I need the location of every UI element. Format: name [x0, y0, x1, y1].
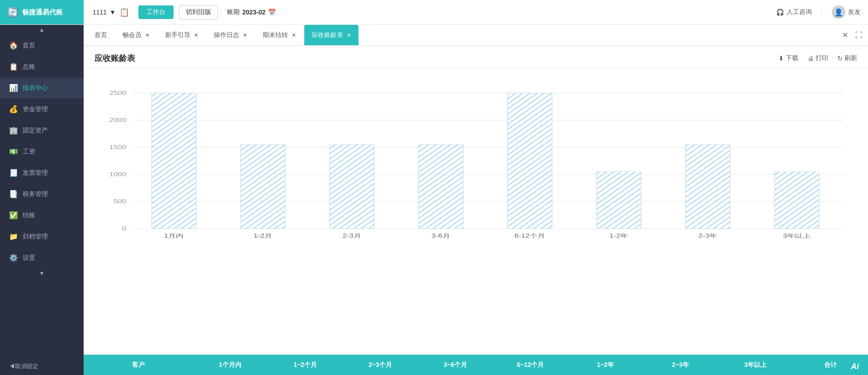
sidebar-item-tax[interactable]: 📑 税务管理 — [0, 183, 84, 205]
ai-label: Ai — [851, 362, 859, 371]
tab-home[interactable]: 首页 — [87, 25, 114, 45]
sidebar-item-assets[interactable]: 🏢 固定资产 — [0, 120, 84, 141]
bar-1月内 — [152, 93, 196, 229]
tab-period-end[interactable]: 期末结转 ✕ — [255, 25, 303, 45]
home-icon: 🏠 — [9, 41, 18, 50]
tab-log-close[interactable]: ✕ — [243, 32, 247, 38]
payroll-icon: 💵 — [9, 147, 18, 156]
svg-text:500: 500 — [113, 198, 126, 204]
tab-member-label: 畅会员 — [123, 31, 142, 39]
sidebar-item-invoice[interactable]: 🧾 发票管理 — [0, 162, 84, 183]
col-3-6m: 3~6个月 — [418, 361, 493, 369]
col-2-3m: 2~3个月 — [343, 361, 418, 369]
header-company: 1111 ▼ 📋 — [93, 7, 129, 17]
tab-guide[interactable]: 新手引导 ✕ — [158, 25, 206, 45]
sidebar-item-funds[interactable]: 💰 资金管理 — [0, 98, 84, 120]
period-value: 2023-02 — [242, 9, 265, 16]
svg-text:1000: 1000 — [109, 171, 127, 177]
company-select[interactable]: 1111 ▼ — [93, 9, 116, 16]
svg-text:2-3月: 2-3月 — [343, 233, 362, 239]
sidebar-label-close: 结账 — [23, 211, 35, 220]
tab-period-end-close[interactable]: ✕ — [292, 32, 296, 38]
refresh-button[interactable]: ↻ 刷新 — [837, 54, 857, 62]
content-area: 首页 畅会员 ✕ 新手引导 ✕ 操作日志 ✕ 期末结转 ✕ 应收账龄表 ✕ — [84, 25, 868, 375]
sidebar-item-ledger[interactable]: 📋 总账 — [0, 56, 84, 77]
sidebar-item-settings[interactable]: ⚙️ 设置 — [0, 247, 84, 268]
tab-member[interactable]: 畅会员 ✕ — [115, 25, 157, 45]
bar-3年以上 — [774, 172, 819, 229]
logo-area: 🔄 畅捷通易代账 — [0, 0, 84, 24]
main-layout: ▲ 🏠 首页 📋 总账 📊 报表中心 💰 资金管理 🏢 固定资产 💵 工资 🧾 … — [0, 25, 868, 375]
page-actions: ⬇ 下载 🖨 打印 ↻ 刷新 — [778, 54, 857, 62]
sidebar-item-reports[interactable]: 📊 报表中心 — [0, 77, 84, 98]
col-6-12m: 6~12个月 — [493, 361, 568, 369]
download-button[interactable]: ⬇ 下载 — [778, 54, 798, 62]
tab-log-label: 操作日志 — [214, 31, 239, 39]
col-1m: 1个月内 — [193, 361, 268, 369]
tab-guide-close[interactable]: ✕ — [194, 32, 198, 38]
archive-icon: 📁 — [9, 232, 18, 241]
header-actions: 工作台 切到旧版 账期 2023-02 📅 — [138, 5, 276, 19]
headset-icon: 🎧 — [776, 9, 784, 16]
svg-text:1-2月: 1-2月 — [254, 233, 273, 239]
calendar-icon[interactable]: 📅 — [268, 9, 276, 16]
sidebar-scroll-up[interactable]: ▲ — [0, 25, 84, 35]
tab-close-all-icon[interactable]: ✕ — [840, 29, 850, 41]
bar-3-6月 — [419, 145, 463, 229]
sidebar-item-close[interactable]: ✅ 结账 — [0, 205, 84, 226]
invoice-icon: 🧾 — [9, 169, 18, 177]
company-name: 1111 — [93, 9, 107, 16]
sidebar: ▲ 🏠 首页 📋 总账 📊 报表中心 💰 资金管理 🏢 固定资产 💵 工资 🧾 … — [0, 25, 84, 375]
tabs-bar: 首页 畅会员 ✕ 新手引导 ✕ 操作日志 ✕ 期末结转 ✕ 应收账龄表 ✕ — [84, 25, 868, 46]
col-1-2m: 1~2个月 — [268, 361, 343, 369]
svg-text:3年以上: 3年以上 — [783, 233, 811, 239]
period-label: 账期 — [227, 8, 240, 16]
logo-icon: 🔄 — [7, 7, 19, 18]
col-2-3y: 2~3年 — [643, 361, 718, 369]
user-menu[interactable]: 👤 友友 — [832, 5, 861, 19]
print-button[interactable]: 🖨 打印 — [807, 54, 828, 62]
bar-2-3年 — [685, 145, 730, 229]
ai-badge[interactable]: Ai — [842, 358, 868, 375]
sidebar-item-home[interactable]: 🏠 首页 — [0, 35, 84, 56]
print-label: 打印 — [816, 54, 828, 62]
period-info: 账期 2023-02 📅 — [227, 8, 276, 16]
tab-log[interactable]: 操作日志 ✕ — [207, 25, 255, 45]
tab-ar-aging[interactable]: 应收账龄表 ✕ — [304, 25, 359, 45]
sidebar-label-payroll: 工资 — [23, 148, 35, 156]
tab-ar-aging-close[interactable]: ✕ — [347, 32, 351, 38]
sidebar-label-archive: 归档管理 — [23, 233, 48, 241]
bar-1-2年 — [597, 172, 641, 229]
sidebar-label-ledger: 总账 — [23, 63, 35, 71]
sidebar-scroll-down[interactable]: ▼ — [0, 268, 84, 278]
unpin-label: ◀︎取消固定 — [9, 362, 38, 370]
tab-period-end-label: 期末结转 — [263, 31, 288, 39]
sidebar-item-payroll[interactable]: 💵 工资 — [0, 141, 84, 162]
table-header: 客户 1个月内 1~2个月 2~3个月 3~6个月 6~12个月 1~2年 2~… — [84, 355, 868, 375]
svg-text:1月内: 1月内 — [164, 233, 184, 239]
sidebar-label-funds: 资金管理 — [23, 105, 48, 113]
page-title: 应收账龄表 — [94, 53, 135, 64]
bar-chart: 0 500 1000 1500 2000 2500 — [94, 75, 857, 247]
svg-text:1-2年: 1-2年 — [609, 233, 628, 239]
header-right: 🎧 人工咨询 | 👤 友友 — [776, 5, 861, 19]
tab-expand-icon[interactable]: ⛶ — [854, 29, 864, 41]
clipboard-icon[interactable]: 📋 — [119, 7, 129, 17]
support-link[interactable]: 🎧 人工咨询 — [776, 8, 812, 16]
svg-text:0: 0 — [122, 225, 126, 231]
sidebar-label-reports: 报表中心 — [23, 84, 48, 92]
sidebar-label-settings: 设置 — [23, 254, 35, 262]
tab-guide-label: 新手引导 — [165, 31, 190, 39]
tab-ar-aging-label: 应收账龄表 — [311, 31, 343, 39]
sidebar-unpin[interactable]: ◀︎取消固定 — [0, 358, 84, 375]
workbench-button[interactable]: 工作台 — [138, 5, 174, 19]
print-icon: 🖨 — [807, 55, 814, 62]
svg-text:2000: 2000 — [109, 117, 127, 123]
tab-member-close[interactable]: ✕ — [145, 32, 150, 38]
switch-old-button[interactable]: 切到旧版 — [179, 5, 218, 19]
col-1-2y: 1~2年 — [568, 361, 643, 369]
settings-icon: ⚙️ — [9, 253, 18, 262]
sidebar-item-archive[interactable]: 📁 归档管理 — [0, 226, 84, 247]
header: 🔄 畅捷通易代账 1111 ▼ 📋 工作台 切到旧版 账期 2023-02 📅 … — [0, 0, 868, 25]
download-label: 下载 — [786, 54, 798, 62]
